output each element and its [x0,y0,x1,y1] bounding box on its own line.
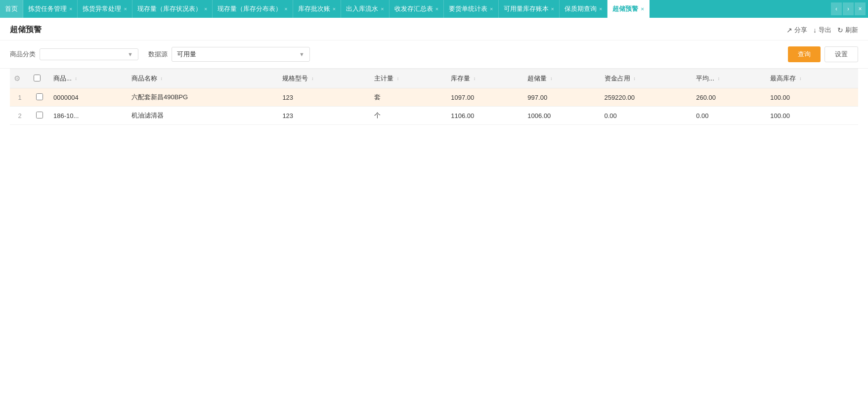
row-checkbox-cell-1 [30,107,49,125]
nav-item-9[interactable]: 可用量库存账本× [499,0,560,18]
filter-actions: 查询 设置 [788,46,858,62]
row-overstock-0: 997.00 [523,88,600,107]
th-product-name-label: 商品名称 [131,75,157,82]
page-header: 超储预警 ↗ 分享 ↓ 导出 ↻ 刷新 [0,18,868,40]
nav-item-2[interactable]: 拣货异常处理× [78,0,132,18]
nav-item-close-6[interactable]: × [381,6,384,12]
row-unit-1: 个 [370,107,447,125]
row-capital-0: 259220.00 [601,88,693,107]
row-product-code-0: 0000004 [49,88,128,107]
nav-item-label-6: 出入库流水 [346,4,378,13]
th-overstock: 超储量 ↕ [523,69,600,88]
row-product-name-1: 机油滤清器 [128,107,278,125]
sort-icon-stock[interactable]: ↕ [474,77,476,81]
nav-item-7[interactable]: 收发存汇总表× [390,0,444,18]
row-overstock-1: 1006.00 [523,107,600,125]
nav-item-label-2: 拣货异常处理 [83,4,121,13]
nav-item-label-3: 现存量（库存状况表） [137,4,202,13]
sort-icon-max-stock[interactable]: ↕ [799,77,802,81]
nav-item-5[interactable]: 库存批次账× [293,0,341,18]
nav-item-label-10: 保质期查询 [564,4,597,13]
nav-item-close-4[interactable]: × [284,6,287,12]
nav-item-6[interactable]: 出入库流水× [341,0,389,18]
sort-icon-spec[interactable]: ↕ [311,77,314,81]
nav-item-4[interactable]: 现存量（库存分布表）× [213,0,293,18]
nav-item-close-8[interactable]: × [490,6,493,12]
sort-icon-product-name[interactable]: ↕ [161,77,163,81]
row-spec-1: 123 [278,107,370,125]
row-index-0: 1 [10,88,30,107]
sort-icon-product-code[interactable]: ↕ [75,77,77,81]
row-stock-0: 1097.00 [447,88,523,107]
nav-item-close-9[interactable]: × [551,6,554,12]
nav-item-11[interactable]: 超储预警× [608,0,649,18]
row-checkbox-0[interactable] [36,93,43,100]
sort-icon-capital[interactable]: ↕ [633,77,636,81]
export-icon: ↓ [813,26,817,34]
nav-next-button[interactable]: › [843,2,854,15]
th-overstock-label: 超储量 [527,75,547,82]
th-max-stock-label: 最高库存 [770,75,796,82]
category-filter-group: 商品分类 ▼ [10,48,138,60]
th-gear: ⚙ [10,69,30,88]
setting-button[interactable]: 设置 [825,46,858,62]
row-product-name-0: 六配套新昌490BPG [128,88,278,107]
sort-icon-avg[interactable]: ↕ [718,77,720,81]
row-max-stock-1: 100.00 [766,107,858,125]
nav-item-label-11: 超储预警 [612,4,638,13]
nav-item-close-1[interactable]: × [69,6,72,12]
sort-icon-unit[interactable]: ↕ [397,77,399,81]
datasource-select-chevron: ▼ [299,51,304,57]
th-capital: 资金占用 ↕ [601,69,693,88]
th-avg-label: 平均... [696,75,714,82]
data-table: ⚙ 商品... ↕ 商品名称 ↕ 规格型号 ↕ [10,69,858,125]
refresh-label: 刷新 [845,26,858,35]
header-actions: ↗ 分享 ↓ 导出 ↻ 刷新 [786,26,858,35]
nav-item-close-11[interactable]: × [641,6,644,12]
filter-row: 商品分类 ▼ 数据源 可用量 ▼ 查询 设置 [0,40,868,69]
select-all-checkbox[interactable] [34,75,41,81]
th-unit: 主计量 ↕ [370,69,447,88]
nav-item-close-3[interactable]: × [204,6,207,12]
th-avg: 平均... ↕ [692,69,766,88]
nav-item-close-7[interactable]: × [435,6,438,12]
sort-icon-overstock[interactable]: ↕ [550,77,553,81]
query-button[interactable]: 查询 [788,46,821,62]
refresh-icon: ↻ [837,26,843,34]
nav-item-label-8: 要货单统计表 [449,4,487,13]
th-product-name: 商品名称 ↕ [128,69,278,88]
table-header-row: ⚙ 商品... ↕ 商品名称 ↕ 规格型号 ↕ [10,69,858,88]
nav-item-close-10[interactable]: × [599,6,602,12]
share-button[interactable]: ↗ 分享 [786,26,807,35]
nav-item-label-7: 收发存汇总表 [394,4,433,13]
nav-item-3[interactable]: 现存量（库存状况表）× [132,0,213,18]
row-capital-1: 0.00 [601,107,693,125]
nav-item-0[interactable]: 首页 [0,0,23,18]
nav-item-1[interactable]: 拣货任务管理× [23,0,78,18]
share-icon: ↗ [786,26,792,34]
nav-item-8[interactable]: 要货单统计表× [444,0,498,18]
nav-item-label-0: 首页 [5,4,18,13]
th-stock: 库存量 ↕ [447,69,523,88]
nav-close-all-button[interactable]: × [855,2,866,15]
category-select[interactable]: ▼ [40,48,138,60]
refresh-button[interactable]: ↻ 刷新 [837,26,858,35]
th-spec: 规格型号 ↕ [278,69,370,88]
top-navigation: 首页拣货任务管理×拣货异常处理×现存量（库存状况表）×现存量（库存分布表）×库存… [0,0,868,18]
nav-arrows: ‹ › × [828,2,868,15]
nav-prev-button[interactable]: ‹ [831,2,842,15]
nav-item-10[interactable]: 保质期查询× [560,0,608,18]
nav-item-close-5[interactable]: × [333,6,336,12]
nav-item-close-2[interactable]: × [124,6,127,12]
nav-item-label-9: 可用量库存账本 [504,4,549,13]
row-checkbox-1[interactable] [36,112,43,118]
gear-icon[interactable]: ⚙ [14,74,20,82]
datasource-filter-group: 数据源 可用量 ▼ [148,47,310,62]
th-stock-label: 库存量 [451,75,470,82]
nav-item-label-4: 现存量（库存分布表） [217,4,282,13]
th-capital-label: 资金占用 [605,75,630,82]
datasource-select[interactable]: 可用量 ▼ [172,47,310,62]
th-spec-label: 规格型号 [282,75,308,82]
export-button[interactable]: ↓ 导出 [813,26,831,35]
category-select-chevron: ▼ [128,51,133,57]
